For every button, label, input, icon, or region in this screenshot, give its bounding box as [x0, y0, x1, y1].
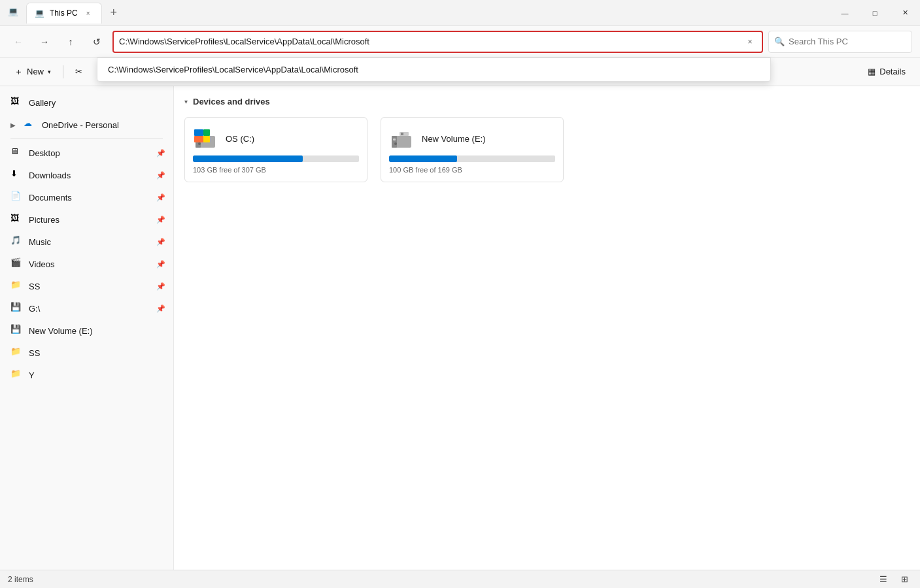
- ss-icon: 📁: [10, 280, 24, 293]
- title-bar: 💻 💻 This PC × + — □ ✕: [0, 0, 920, 26]
- sidebar-item-documents[interactable]: 📄 Documents 📌: [0, 186, 173, 208]
- pin-icon-desktop: 📌: [156, 149, 165, 157]
- drives-grid: OS (C:) 103 GB free of 307 GB: [184, 117, 910, 182]
- new-volume-icon: 💾: [10, 324, 24, 337]
- downloads-icon: ⬇: [10, 169, 24, 182]
- svg-rect-6: [194, 136, 203, 142]
- sidebar-item-music[interactable]: 🎵 Music 📌: [0, 231, 173, 253]
- status-bar: 2 items ☰ ⊞: [0, 570, 920, 588]
- drive-tile-c[interactable]: OS (C:) 103 GB free of 307 GB: [184, 117, 367, 182]
- ss2-icon: 📁: [10, 346, 24, 359]
- sidebar-divider-1: [10, 139, 163, 139]
- search-bar[interactable]: 🔍: [768, 31, 912, 53]
- new-icon: ＋: [14, 66, 23, 78]
- section-header: ▾ Devices and drives: [184, 97, 910, 106]
- drive-e-info: 100 GB free of 169 GB: [389, 166, 555, 174]
- drive-e-name: New Volume (E:): [422, 134, 486, 144]
- main-layout: 🖼 Gallery ▶ ☁ OneDrive - Personal 🖥 Desk…: [0, 86, 920, 570]
- tile-view-button[interactable]: ⊞: [896, 572, 912, 587]
- forward-button[interactable]: →: [34, 31, 55, 52]
- drive-e-progress-fill: [389, 155, 457, 162]
- svg-rect-9: [392, 136, 397, 148]
- svg-rect-10: [393, 139, 396, 140]
- autocomplete-dropdown: C:\Windows\ServiceProfiles\LocalService\…: [97, 57, 771, 82]
- section-chevron[interactable]: ▾: [184, 98, 188, 105]
- autocomplete-item[interactable]: C:\Windows\ServiceProfiles\LocalService\…: [97, 58, 770, 81]
- drive-c-header: OS (C:): [193, 125, 359, 152]
- cut-icon: ✂: [75, 67, 82, 76]
- drive-c-progress-fill: [193, 155, 303, 162]
- desktop-icon: 🖥: [10, 146, 24, 159]
- toolbar-separator-1: [63, 65, 63, 78]
- drive-e-icon: [389, 125, 415, 152]
- pin-icon-ss: 📌: [156, 282, 165, 291]
- details-button[interactable]: ▦ Details: [861, 61, 912, 82]
- sidebar-item-new-volume[interactable]: 💾 New Volume (E:): [0, 319, 173, 342]
- sidebar-item-y[interactable]: 📁 Y: [0, 364, 173, 386]
- sidebar-item-ss2[interactable]: 📁 SS: [0, 342, 173, 364]
- drive-c-progress-bar: [193, 155, 359, 162]
- section-title: Devices and drives: [193, 97, 270, 106]
- svg-rect-4: [194, 129, 203, 136]
- tab-close-button[interactable]: ×: [83, 8, 94, 18]
- svg-point-3: [198, 142, 201, 145]
- drive-tile-e[interactable]: New Volume (E:) 100 GB free of 169 GB: [381, 117, 564, 182]
- drive-c-icon: [193, 125, 219, 152]
- pin-icon-downloads: 📌: [156, 171, 165, 180]
- address-bar-row: ← → ↑ ↺ × 🔍 C:\Windows\ServiceProfiles\L…: [0, 26, 920, 57]
- svg-rect-5: [203, 129, 210, 136]
- content-area: ▾ Devices and drives: [174, 86, 920, 570]
- new-button[interactable]: ＋ New ▾: [8, 61, 58, 82]
- back-button[interactable]: ←: [8, 31, 29, 52]
- g-drive-icon: 💾: [10, 302, 24, 315]
- sidebar-item-pictures[interactable]: 🖼 Pictures 📌: [0, 208, 173, 231]
- pin-icon-g-drive: 📌: [156, 304, 165, 313]
- cut-button[interactable]: ✂: [69, 61, 89, 82]
- status-right: ☰ ⊞: [876, 572, 912, 587]
- sidebar-item-downloads[interactable]: ⬇ Downloads 📌: [0, 164, 173, 186]
- sidebar-item-g-drive[interactable]: 💾 G:\ 📌: [0, 297, 173, 319]
- address-input[interactable]: [119, 37, 743, 46]
- sidebar-item-ss[interactable]: 📁 SS 📌: [0, 275, 173, 297]
- gallery-icon: 🖼: [10, 96, 24, 109]
- svg-point-11: [394, 142, 397, 145]
- sidebar-item-videos[interactable]: 🎬 Videos 📌: [0, 253, 173, 275]
- sidebar: 🖼 Gallery ▶ ☁ OneDrive - Personal 🖥 Desk…: [0, 86, 174, 570]
- drive-e-progress-bar: [389, 155, 555, 162]
- tab-bar: 💻 This PC × +: [26, 3, 123, 24]
- item-count: 2 items: [8, 575, 33, 584]
- onedrive-icon: ☁: [24, 118, 37, 131]
- sidebar-item-gallery[interactable]: 🖼 Gallery: [0, 91, 173, 114]
- details-icon: ▦: [868, 67, 876, 76]
- address-clear-button[interactable]: ×: [743, 35, 757, 48]
- search-icon: 🔍: [774, 37, 785, 46]
- documents-icon: 📄: [10, 191, 24, 204]
- list-view-button[interactable]: ☰: [876, 572, 891, 587]
- sidebar-item-desktop[interactable]: 🖥 Desktop 📌: [0, 142, 173, 164]
- new-tab-button[interactable]: +: [105, 4, 123, 22]
- up-button[interactable]: ↑: [60, 31, 81, 52]
- maximize-button[interactable]: □: [860, 0, 890, 26]
- pictures-icon: 🖼: [10, 213, 24, 226]
- drive-c-info: 103 GB free of 307 GB: [193, 166, 359, 174]
- svg-rect-7: [203, 136, 210, 142]
- address-bar[interactable]: ×: [112, 31, 763, 53]
- tab-icon: 💻: [35, 8, 44, 18]
- pin-icon-music: 📌: [156, 238, 165, 246]
- new-chevron-icon: ▾: [48, 69, 51, 75]
- refresh-button[interactable]: ↺: [86, 31, 107, 52]
- search-input[interactable]: [789, 37, 906, 46]
- app-icon: 💻: [8, 7, 21, 20]
- details-label: Details: [879, 67, 906, 76]
- minimize-button[interactable]: —: [830, 0, 860, 26]
- new-label: New: [27, 67, 44, 76]
- pin-icon-pictures: 📌: [156, 216, 165, 224]
- y-icon: 📁: [10, 368, 24, 382]
- close-button[interactable]: ✕: [890, 0, 920, 26]
- music-icon: 🎵: [10, 235, 24, 248]
- drive-e-header: New Volume (E:): [389, 125, 555, 152]
- svg-rect-13: [401, 133, 403, 135]
- active-tab[interactable]: 💻 This PC ×: [26, 3, 102, 24]
- sidebar-item-onedrive[interactable]: ▶ ☁ OneDrive - Personal: [0, 114, 173, 136]
- videos-icon: 🎬: [10, 257, 24, 270]
